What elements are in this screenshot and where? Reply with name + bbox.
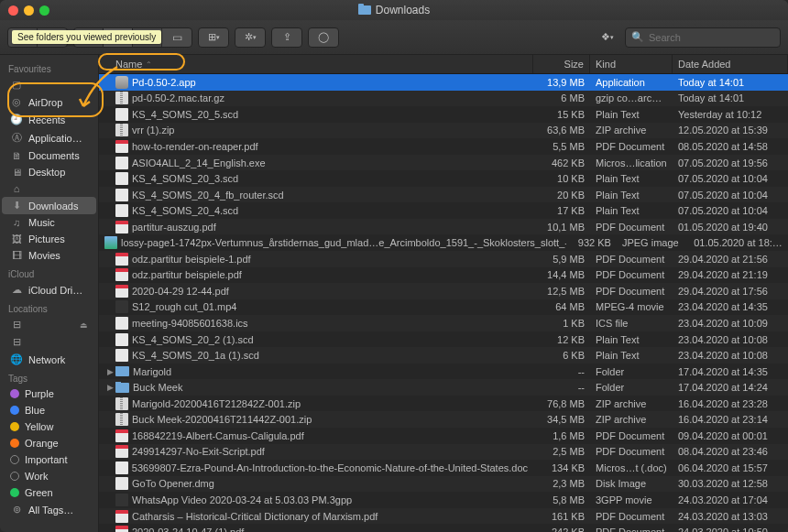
- file-kind: JPEG image: [617, 237, 688, 248]
- file-row[interactable]: Buck Meek-20200416T211442Z-001.zip34,5 M…: [99, 411, 788, 428]
- search-input[interactable]: [649, 32, 774, 43]
- file-kind: Plain Text: [590, 334, 673, 345]
- file-name: meeting-94085601638.ics: [132, 318, 248, 329]
- file-row[interactable]: partitur-auszug.pdf10,1 MBPDF Document01…: [99, 219, 788, 235]
- search-field[interactable]: 🔍: [625, 27, 781, 48]
- file-date: 24.03.2020 at 13:03: [673, 511, 788, 522]
- sidebar-item[interactable]: Purple: [2, 385, 96, 402]
- sidebar-item[interactable]: ⊟: [2, 333, 96, 351]
- file-row[interactable]: meeting-94085601638.ics1 KBICS file23.04…: [99, 315, 788, 331]
- file-size: 6 KB: [533, 350, 590, 361]
- file-row[interactable]: vrr (1).zip63,6 MBZIP archive12.05.2020 …: [99, 123, 788, 139]
- file-row[interactable]: pd-0.50-2.mac.tar.gz6 MBgzip co…archiveT…: [99, 91, 788, 107]
- music-icon: ♫: [10, 217, 23, 228]
- file-row[interactable]: ASIO4ALL_2_14_English.exe462 KBMicros…li…: [99, 155, 788, 171]
- col-date[interactable]: Date Added: [673, 55, 788, 73]
- file-name: Marigold: [133, 366, 171, 377]
- sidebar-item[interactable]: ☁iCloud Dri…: [2, 281, 96, 299]
- file-kind: PDF Document: [590, 511, 673, 522]
- file-row[interactable]: 2020-04-29 12-44.pdf12,5 MBPDF Document2…: [99, 283, 788, 299]
- file-row[interactable]: S12_rough cut_01.mp464 MBMPEG-4 movie23.…: [99, 299, 788, 316]
- sidebar-item[interactable]: 🎞Movies: [2, 247, 96, 264]
- file-row[interactable]: WhatsApp Video 2020-03-24 at 5.03.03 PM.…: [99, 492, 788, 508]
- file-icon: [115, 92, 128, 104]
- sidebar-item[interactable]: ⒶApplicatio…: [2, 128, 96, 147]
- col-name[interactable]: Name: [115, 59, 142, 70]
- file-row[interactable]: KS_4_SOMS_20_2 (1).scd12 KBPlain Text23.…: [99, 331, 788, 348]
- file-size: 5,5 MB: [533, 141, 590, 152]
- desktop-icon: 🖥: [10, 167, 23, 178]
- file-row[interactable]: ▶Buck Meek--Folder17.04.2020 at 14:24: [99, 379, 788, 396]
- file-row[interactable]: ▶Marigold--Folder17.04.2020 at 14:35: [99, 364, 788, 380]
- file-row[interactable]: odz.partitur beispiele-1.pdf5,9 MBPDF Do…: [99, 251, 788, 267]
- sidebar-item[interactable]: Work: [2, 468, 96, 484]
- file-date: 06.04.2020 at 15:57: [673, 462, 788, 473]
- file-row[interactable]: odz.partitur beispiele.pdf14,4 MBPDF Doc…: [99, 267, 788, 284]
- col-size[interactable]: Size: [533, 55, 590, 73]
- sidebar-item[interactable]: 🖼Pictures: [2, 231, 96, 247]
- eject-icon[interactable]: ⏏: [80, 320, 88, 330]
- file-name: Buck Meek: [133, 382, 182, 393]
- tags-button[interactable]: ◯: [308, 27, 339, 48]
- file-name: 53699807-Ezra-Pound-An-Introduction-to-t…: [132, 462, 528, 473]
- file-icon: [115, 349, 128, 362]
- sidebar-item[interactable]: 🖥Desktop: [2, 164, 96, 180]
- file-row[interactable]: Marigold-20200416T212842Z-001.zip76,8 MB…: [99, 396, 788, 412]
- sidebar-heading: Locations: [0, 299, 98, 316]
- sidebar-item[interactable]: Yellow: [2, 418, 96, 435]
- action-button[interactable]: ✲▾: [235, 27, 266, 48]
- view-gallery-button[interactable]: ▭: [162, 27, 192, 48]
- disclosure-icon[interactable]: ▶: [104, 367, 115, 376]
- sidebar-item-label: Pictures: [28, 233, 65, 244]
- sidebar-item[interactable]: Blue: [2, 402, 96, 418]
- file-row[interactable]: 168842219-Albert-Camus-Caligula.pdf1,6 M…: [99, 428, 788, 444]
- dropbox-icon[interactable]: ❖▾: [596, 31, 619, 43]
- file-kind: Folder: [590, 382, 673, 393]
- sidebar-item[interactable]: Green: [2, 484, 96, 501]
- col-kind[interactable]: Kind: [590, 55, 673, 73]
- sidebar-item[interactable]: 🗎Documents: [2, 147, 96, 164]
- sidebar-item[interactable]: ⊟⏏: [2, 316, 96, 333]
- sidebar-item[interactable]: ⬇Downloads: [2, 197, 96, 214]
- sidebar-item[interactable]: 🕘Recents: [2, 111, 96, 128]
- file-kind: ZIP archive: [590, 398, 673, 409]
- share-button[interactable]: ⇪: [271, 27, 302, 48]
- sidebar-item[interactable]: Orange: [2, 435, 96, 451]
- file-row[interactable]: KS_4_SOMS_20_4.scd17 KBPlain Text07.05.2…: [99, 202, 788, 219]
- file-row[interactable]: lossy-page1-1742px-Vertumnus_årstidernas…: [99, 234, 788, 251]
- file-row[interactable]: Pd-0.50-2.app13,9 MBApplicationToday at …: [99, 74, 788, 91]
- sidebar-item[interactable]: 🌐Network: [2, 351, 96, 368]
- file-row[interactable]: KS_4_SOMS_20_5.scd15 KBPlain TextYesterd…: [99, 106, 788, 123]
- sidebar-item[interactable]: ⊚All Tags…: [2, 501, 96, 518]
- sidebar-item[interactable]: ▢: [2, 76, 96, 93]
- sidebar-item-label: Network: [28, 354, 65, 365]
- sidebar-item[interactable]: Important: [2, 451, 96, 468]
- file-row[interactable]: KS_4_SOMS_20_1a (1).scd6 KBPlain Text23.…: [99, 347, 788, 364]
- sidebar-item[interactable]: ◎AirDrop: [2, 93, 96, 111]
- sidebar-item[interactable]: ⌂: [2, 180, 96, 197]
- disk-icon: ⊟: [10, 319, 23, 331]
- tag-dot-icon: [10, 439, 19, 448]
- file-row[interactable]: 53699807-Ezra-Pound-An-Introduction-to-t…: [99, 460, 788, 476]
- sidebar-item[interactable]: ♫Music: [2, 214, 96, 231]
- file-date: 23.04.2020 at 10:08: [673, 334, 788, 345]
- file-icon: [115, 76, 128, 89]
- file-row[interactable]: Catharsis – Historical-Critical Dictiona…: [99, 508, 788, 525]
- file-kind: ZIP archive: [590, 414, 673, 425]
- file-row[interactable]: KS_4_SOMS_20_3.scd10 KBPlain Text07.05.2…: [99, 170, 788, 187]
- file-name: 249914297-No-Exit-Script.pdf: [132, 446, 265, 457]
- file-name: KS_4_SOMS_20_2 (1).scd: [132, 334, 254, 345]
- tag-dot-icon: [10, 389, 19, 398]
- window-title: Downloads: [376, 4, 430, 16]
- file-icon: [115, 300, 128, 313]
- arrange-button[interactable]: ⊞▾: [198, 27, 229, 48]
- column-headers[interactable]: Name ⌃ Size Kind Date Added: [99, 55, 788, 74]
- file-row[interactable]: 249914297-No-Exit-Script.pdf2,5 MBPDF Do…: [99, 444, 788, 461]
- file-date: 29.04.2020 at 21:56: [673, 254, 788, 265]
- file-row[interactable]: KS_4_SOMS_20_4_fb_router.scd20 KBPlain T…: [99, 187, 788, 203]
- file-row[interactable]: 2020-03-24 10-47 (1).pdf242 KBPDF Docume…: [99, 524, 788, 532]
- file-row[interactable]: GoTo Opener.dmg2,3 MBDisk Image30.03.202…: [99, 476, 788, 493]
- file-icon: [115, 189, 128, 201]
- file-row[interactable]: how-to-render-on-reaper.pdf5,5 MBPDF Doc…: [99, 138, 788, 155]
- disclosure-icon[interactable]: ▶: [104, 383, 115, 392]
